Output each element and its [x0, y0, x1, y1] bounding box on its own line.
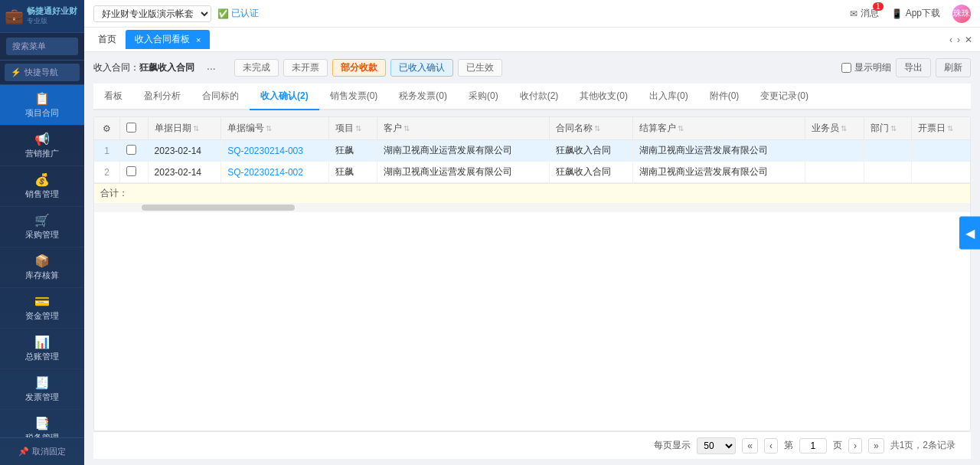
th-number[interactable]: 单据编号⇅ — [221, 117, 329, 140]
logo-icon: 💼 — [5, 7, 24, 25]
refresh-button[interactable]: 刷新 — [936, 58, 971, 77]
row-customer-2: 湖南卫视商业运营发展有限公司 — [377, 162, 550, 183]
sidebar-item-label: 总账管理 — [25, 351, 59, 362]
sort-number-icon: ⇅ — [266, 124, 272, 133]
subtab-attachments[interactable]: 附件(0) — [699, 84, 750, 110]
th-settlement-customer[interactable]: 结算客户⇅ — [632, 117, 805, 140]
tab-close-icon[interactable]: × — [196, 35, 201, 44]
table-row[interactable]: 2 2023-02-14 SQ-20230214-002 狂飙 湖南卫视商业运营… — [94, 162, 970, 183]
sidebar-nav: 📋 项目合同 📢 营销推广 💰 销售管理 🛒 采购管理 📦 库存核算 💳 资金管… — [0, 85, 84, 437]
table-header-row: ⚙ 单据日期⇅ 单据编号⇅ 项目⇅ 客户⇅ 合同名称⇅ 结算客户⇅ 业务员⇅ 部… — [94, 117, 970, 140]
th-settings[interactable]: ⚙ — [94, 117, 120, 140]
message-icon: ✉ — [850, 8, 858, 19]
message-button[interactable]: ✉ 1 消息 — [850, 7, 879, 20]
subtab-dashboard[interactable]: 看板 — [93, 84, 133, 110]
nav-prev-icon[interactable]: ‹ — [949, 34, 952, 45]
sidebar-item-tax[interactable]: 📑 税务管理 — [0, 410, 84, 437]
per-page-select[interactable]: 50 20 100 — [697, 437, 736, 454]
horizontal-scrollbar[interactable] — [94, 203, 970, 212]
sidebar-item-purchase[interactable]: 🛒 采购管理 — [0, 207, 84, 247]
sidebar-item-project-contract[interactable]: 📋 项目合同 — [0, 85, 84, 126]
status-tag-effective[interactable]: 已生效 — [458, 59, 502, 77]
nav-next-icon[interactable]: › — [957, 34, 960, 45]
sidebar-footer: 📌 取消固定 — [0, 437, 84, 465]
export-button[interactable]: 导出 — [896, 58, 931, 77]
sidebar-item-label: 项目合同 — [25, 107, 59, 119]
sidebar: 💼 畅捷通好业财 专业版 搜索菜单 ⚡ 快捷导航 📋 项目合同 📢 营销推广 💰… — [0, 0, 84, 465]
topbar: 好业财专业版演示帐套 ✅ 已认证 ✉ 1 消息 📱 App下载 珠珠 — [84, 0, 980, 28]
subtab-sales-invoice[interactable]: 销售发票(0) — [319, 84, 389, 110]
subtab-profit[interactable]: 盈利分析 — [133, 84, 191, 110]
row-checkbox-2[interactable] — [120, 162, 149, 183]
nav-close-icon[interactable]: ✕ — [965, 34, 972, 45]
th-customer[interactable]: 客户⇅ — [377, 117, 550, 140]
sidebar-item-fund[interactable]: 💳 资金管理 — [0, 288, 84, 329]
user-avatar-button[interactable]: 珠珠 — [952, 5, 971, 23]
first-page-button[interactable]: « — [742, 438, 758, 454]
more-button[interactable]: ··· — [202, 61, 220, 76]
tab-contract-board[interactable]: 收入合同看板 × — [126, 30, 210, 49]
nav-arrows: ‹ › ✕ — [949, 34, 972, 45]
select-all-checkbox[interactable] — [126, 123, 136, 133]
th-contract[interactable]: 合同名称⇅ — [550, 117, 633, 140]
page-number-input[interactable] — [799, 438, 827, 454]
sidebar-item-marketing[interactable]: 📢 营销推广 — [0, 126, 84, 166]
prev-page-button[interactable]: ‹ — [764, 438, 778, 454]
unpin-button[interactable]: 📌 取消固定 — [5, 443, 80, 460]
status-tags: 未完成 未开票 部分收款 已收入确认 已生效 — [234, 59, 502, 77]
row-contract-2: 狂飙收入合同 — [550, 162, 633, 183]
sort-customer-icon: ⇅ — [403, 124, 410, 133]
subtab-change-log[interactable]: 变更记录(0) — [750, 84, 819, 110]
th-department[interactable]: 部门⇅ — [864, 117, 912, 140]
right-panel-toggle[interactable]: ◀ — [959, 216, 980, 249]
data-table-wrap: ⚙ 单据日期⇅ 单据编号⇅ 项目⇅ 客户⇅ 合同名称⇅ 结算客户⇅ 业务员⇅ 部… — [93, 116, 971, 431]
row-checkbox-1[interactable] — [120, 140, 149, 162]
subtab-tax-invoice[interactable]: 税务发票(0) — [388, 84, 458, 110]
subtab-purchase[interactable]: 采购(0) — [458, 84, 509, 110]
status-tag-revenue-confirmed[interactable]: 已收入确认 — [390, 59, 453, 77]
row-customer-1: 湖南卫视商业运营发展有限公司 — [377, 140, 550, 162]
company-select[interactable]: 好业财专业版演示帐套 — [93, 5, 211, 22]
scrollbar-thumb[interactable] — [142, 205, 295, 211]
row-number-1: SQ-20230214-003 — [221, 140, 329, 162]
sidebar-item-label: 库存核算 — [25, 270, 59, 281]
sidebar-item-label: 发票管理 — [25, 391, 59, 403]
page-actions: 显示明细 导出 刷新 — [841, 58, 971, 77]
th-salesperson[interactable]: 业务员⇅ — [805, 117, 864, 140]
status-tag-incomplete[interactable]: 未完成 — [234, 59, 279, 77]
status-tag-uninvoiced[interactable]: 未开票 — [283, 59, 328, 77]
sidebar-item-general-ledger[interactable]: 📊 总账管理 — [0, 329, 84, 369]
th-open-date[interactable]: 开票日⇅ — [912, 117, 970, 140]
table-row[interactable]: 1 2023-02-14 SQ-20230214-003 狂飙 湖南卫视商业运营… — [94, 140, 970, 162]
sidebar-item-invoice[interactable]: 🧾 发票管理 — [0, 369, 84, 410]
inventory-icon: 📦 — [34, 254, 50, 268]
sidebar-item-label: 税务管理 — [25, 432, 59, 437]
sidebar-item-sales[interactable]: 💰 销售管理 — [0, 166, 84, 207]
show-detail-checkbox-label[interactable]: 显示明细 — [841, 61, 891, 74]
sidebar-item-inventory[interactable]: 📦 库存核算 — [0, 247, 84, 288]
sort-department-icon: ⇅ — [890, 124, 897, 133]
row-number-link-2[interactable]: SQ-20230214-002 — [227, 167, 303, 178]
next-page-button[interactable]: › — [848, 438, 862, 454]
app-download-button[interactable]: 📱 App下载 — [891, 7, 940, 20]
row-number-link-1[interactable]: SQ-20230214-003 — [227, 146, 303, 156]
row-department-1 — [864, 140, 912, 162]
th-project[interactable]: 项目⇅ — [329, 117, 377, 140]
subtab-other-income[interactable]: 其他收支(0) — [569, 84, 639, 110]
sort-project-icon: ⇅ — [355, 124, 361, 133]
subtab-revenue-confirm[interactable]: 收入确认(2) — [250, 84, 319, 110]
subtabs: 看板 盈利分析 合同标的 收入确认(2) 销售发票(0) 税务发票(0) 采购(… — [93, 84, 971, 110]
status-tag-partial-payment[interactable]: 部分收款 — [332, 59, 386, 77]
th-date[interactable]: 单据日期⇅ — [148, 117, 221, 140]
last-page-button[interactable]: » — [868, 438, 884, 454]
invoice-icon: 🧾 — [34, 375, 50, 390]
subtab-payment[interactable]: 收付款(2) — [509, 84, 570, 110]
quick-nav-button[interactable]: ⚡ 快捷导航 — [5, 64, 80, 81]
tab-home[interactable]: 首页 — [92, 30, 122, 49]
row-contract-1: 狂飙收入合同 — [550, 140, 633, 162]
show-detail-checkbox[interactable] — [841, 63, 851, 73]
per-page-label: 每页显示 — [654, 439, 691, 452]
search-menu-button[interactable]: 搜索菜单 — [6, 38, 78, 55]
subtab-contract-subject[interactable]: 合同标的 — [191, 84, 250, 110]
subtab-warehouse[interactable]: 出入库(0) — [639, 84, 699, 110]
